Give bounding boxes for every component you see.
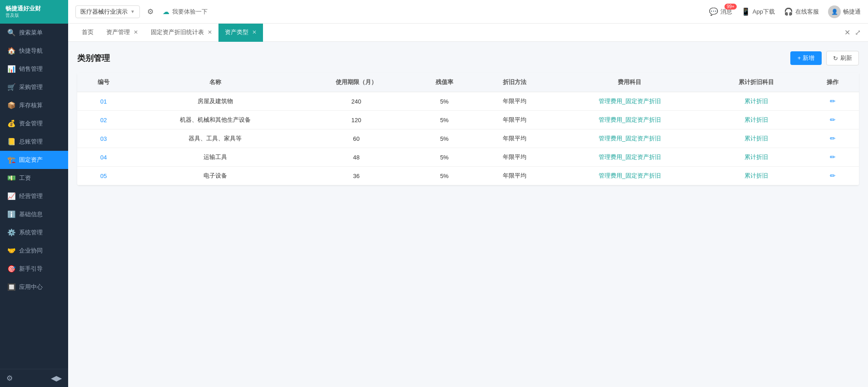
sidebar-item-guide[interactable]: 🎯 新手引导 [0, 260, 68, 278]
topbar: 医疗器械行业演示 ▼ ⚙ ☁ 我要体验一下 💬 消息 99+ 📱 App下载 🎧… [68, 0, 868, 24]
cell-expense: 管理费用_固定资产折旧 [553, 129, 706, 148]
app-title: 畅捷通好业财 [5, 5, 41, 13]
messages-button[interactable]: 💬 消息 99+ [709, 7, 732, 16]
col-expense: 费用科目 [553, 73, 706, 92]
messages-badge: 99+ [724, 4, 737, 10]
download-icon: 📱 [741, 7, 750, 16]
sidebar-item-purchase[interactable]: 🛒 采购管理 [0, 78, 68, 96]
col-code: 编号 [77, 73, 130, 92]
cell-action[interactable]: ✏ [806, 129, 859, 148]
online-service-label: 在线客服 [795, 8, 819, 16]
cell-accumulated: 累计折旧 [706, 129, 806, 148]
sidebar-item-search[interactable]: 🔍 搜索菜单 [0, 24, 68, 42]
gear-icon[interactable]: ⚙ [147, 7, 154, 16]
header-actions: + 新增 ↻ 刷新 [790, 51, 859, 65]
cell-name: 机器、机械和其他生产设备 [130, 111, 301, 129]
experience-button[interactable]: ☁ 我要体验一下 [163, 8, 208, 16]
ledger-icon: 📒 [7, 138, 15, 146]
sidebar-item-label: 经营管理 [19, 192, 43, 200]
cell-action[interactable]: ✏ [806, 92, 859, 111]
cloud-icon: ☁ [163, 8, 169, 16]
cell-method: 年限平均 [476, 167, 553, 185]
table-row: 01 房屋及建筑物 240 5% 年限平均 管理费用_固定资产折旧 累计折旧 ✏ [77, 92, 859, 111]
online-service-button[interactable]: 🎧 在线客服 [784, 7, 819, 16]
sidebar-item-label: 企业协同 [19, 247, 43, 255]
edit-icon[interactable]: ✏ [830, 153, 836, 161]
tab-expand-icon[interactable]: ⤢ [855, 28, 861, 37]
sidebar-item-fixed-assets[interactable]: 🏗️ 固定资产 [0, 151, 68, 169]
col-name: 名称 [130, 73, 301, 92]
sidebar-item-label: 库存核算 [19, 101, 43, 109]
cell-action[interactable]: ✏ [806, 111, 859, 129]
cell-period: 120 [301, 111, 412, 129]
edit-icon[interactable]: ✏ [830, 134, 836, 142]
sidebar-item-sales[interactable]: 📊 销售管理 [0, 60, 68, 78]
main-area: 医疗器械行业演示 ▼ ⚙ ☁ 我要体验一下 💬 消息 99+ 📱 App下载 🎧… [68, 0, 868, 387]
sidebar-item-system[interactable]: ⚙️ 系统管理 [0, 223, 68, 242]
avatar: 👤 [828, 5, 841, 18]
operations-icon: 📈 [7, 192, 15, 200]
refresh-button[interactable]: ↻ 刷新 [826, 51, 859, 65]
table-row: 04 运输工具 48 5% 年限平均 管理费用_固定资产折旧 累计折旧 ✏ [77, 148, 859, 167]
system-icon: ⚙️ [7, 228, 15, 237]
cell-expense: 管理费用_固定资产折旧 [553, 111, 706, 129]
sidebar-item-quick-nav[interactable]: 🏠 快捷导航 [0, 42, 68, 60]
collapse-icon[interactable]: ◀▶ [51, 374, 62, 382]
cell-name: 电子设备 [130, 167, 301, 185]
industry-selector[interactable]: 医疗器械行业演示 ▼ [75, 5, 140, 18]
sidebar-item-salary[interactable]: 💵 工资 [0, 169, 68, 187]
sidebar-item-label: 新手引导 [19, 265, 43, 273]
tab-asset-mgmt-close[interactable]: ✕ [134, 29, 138, 35]
tab-asset-mgmt[interactable]: 资产管理 ✕ [100, 24, 144, 42]
cell-period: 36 [301, 167, 412, 185]
edit-icon[interactable]: ✏ [830, 97, 836, 105]
sidebar-item-funds[interactable]: 💰 资金管理 [0, 114, 68, 133]
settings-icon[interactable]: ⚙ [6, 374, 13, 382]
sidebar-item-operations[interactable]: 📈 经营管理 [0, 187, 68, 205]
user-label: 畅捷通 [843, 8, 861, 16]
app-download-button[interactable]: 📱 App下载 [741, 7, 775, 16]
sidebar-scroll: 🔍 搜索菜单 🏠 快捷导航 📊 销售管理 🛒 采购管理 📦 库存核算 💰 资金管… [0, 24, 68, 369]
cell-accumulated: 累计折旧 [706, 92, 806, 111]
sidebar-footer: ⚙ ◀▶ [0, 369, 68, 387]
cell-expense: 管理费用_固定资产折旧 [553, 167, 706, 185]
tab-depreciation-close[interactable]: ✕ [208, 29, 212, 35]
table-row: 02 机器、机械和其他生产设备 120 5% 年限平均 管理费用_固定资产折旧 … [77, 111, 859, 129]
cell-residual: 5% [412, 111, 476, 129]
cell-period: 240 [301, 92, 412, 111]
col-residual: 残值率 [412, 73, 476, 92]
tab-home-label: 首页 [82, 28, 94, 36]
cell-code: 01 [77, 92, 130, 111]
tab-depreciation-table[interactable]: 固定资产折旧统计表 ✕ [144, 24, 218, 42]
sidebar-item-inventory[interactable]: 📦 库存核算 [0, 96, 68, 114]
cell-name: 器具、工具、家具等 [130, 129, 301, 148]
tab-close-window-icon[interactable]: ✕ [844, 28, 850, 37]
page-title: 类别管理 [77, 53, 110, 64]
tab-asset-mgmt-label: 资产管理 [106, 28, 130, 36]
app-center-icon: 🔲 [7, 283, 15, 291]
sidebar-item-label: 总账管理 [19, 138, 43, 146]
cell-code: 05 [77, 167, 130, 185]
sidebar-item-label: 基础信息 [19, 210, 43, 218]
tab-asset-type-close[interactable]: ✕ [252, 29, 257, 35]
salary-icon: 💵 [7, 174, 15, 182]
edit-icon[interactable]: ✏ [830, 116, 836, 124]
cell-accumulated: 累计折旧 [706, 111, 806, 129]
tab-asset-type-label: 资产类型 [225, 28, 248, 36]
sidebar-item-ledger[interactable]: 📒 总账管理 [0, 133, 68, 151]
sidebar-item-enterprise[interactable]: 🤝 企业协同 [0, 242, 68, 260]
edit-icon[interactable]: ✏ [830, 172, 836, 179]
new-button[interactable]: + 新增 [790, 51, 822, 65]
experience-label: 我要体验一下 [172, 8, 208, 16]
sidebar-logo: 畅捷通好业财 普及版 [0, 0, 68, 24]
cell-accumulated: 累计折旧 [706, 148, 806, 167]
sidebar-item-app-center[interactable]: 🔲 应用中心 [0, 278, 68, 296]
sidebar-item-label: 销售管理 [19, 65, 43, 73]
cell-period: 48 [301, 148, 412, 167]
cell-action[interactable]: ✏ [806, 148, 859, 167]
user-menu[interactable]: 👤 畅捷通 [828, 5, 861, 18]
tab-asset-type[interactable]: 资产类型 ✕ [218, 24, 263, 42]
sidebar-item-basic-info[interactable]: ℹ️ 基础信息 [0, 205, 68, 223]
tab-home[interactable]: 首页 [75, 24, 100, 42]
cell-action[interactable]: ✏ [806, 167, 859, 185]
